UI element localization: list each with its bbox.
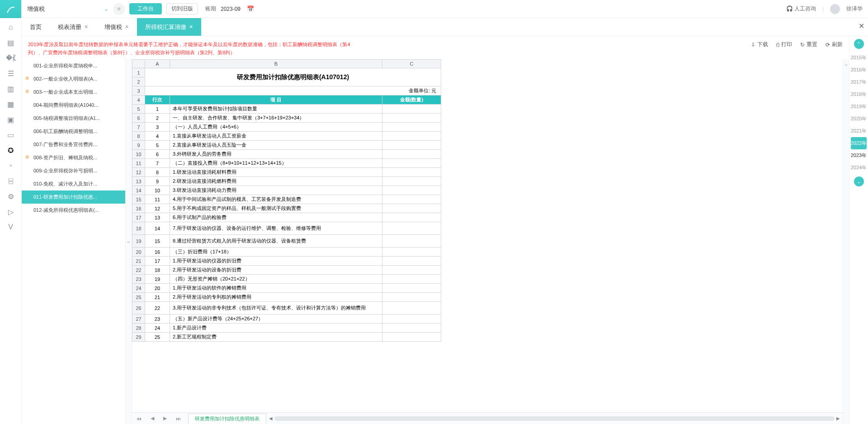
amount-cell[interactable] (382, 213, 441, 222)
row-header[interactable]: 12 (132, 168, 145, 177)
form-list-item[interactable]: 005-纳税调整项目明细表(A1... (22, 112, 125, 125)
amount-cell[interactable] (382, 168, 441, 177)
item-cell[interactable]: 3.外聘研发人员的劳务费用 (170, 150, 382, 159)
line-number-cell[interactable]: 7 (145, 159, 170, 168)
line-number-cell[interactable]: 23 (145, 314, 170, 324)
year-item[interactable]: 2015年 (851, 52, 867, 64)
row-header[interactable]: 26 (132, 302, 145, 314)
h-scrollbar[interactable] (274, 416, 835, 421)
nav-tax-icon[interactable]: ✪ (6, 146, 15, 155)
nav-clipboard-icon[interactable]: ▥ (6, 84, 15, 93)
close-all-tabs[interactable]: ✕ (859, 22, 864, 30)
line-number-cell[interactable]: 2 (145, 114, 170, 123)
switch-old-button[interactable]: 切到旧版 (166, 3, 198, 14)
close-icon[interactable]: ✕ (84, 24, 88, 30)
row-header[interactable]: 22 (132, 266, 145, 275)
amount-cell[interactable] (382, 302, 441, 314)
row-header[interactable]: 24 (132, 284, 145, 293)
form-list-item[interactable]: 007-广告费和业务宣传费跨... (22, 138, 125, 151)
line-number-cell[interactable]: 13 (145, 213, 170, 222)
line-number-cell[interactable]: 14 (145, 222, 170, 235)
amount-cell[interactable] (382, 314, 441, 324)
item-cell[interactable]: 4.用于中间试验和产品试制的模具、工艺装备开发及制造费 (170, 195, 382, 204)
row-header[interactable]: 21 (132, 257, 145, 266)
item-cell[interactable]: 1.新产品设计费 (170, 324, 382, 333)
sheet-prev-all[interactable]: ⏮ (132, 416, 146, 421)
item-cell[interactable]: 1.用于研发活动的仪器的折旧费 (170, 257, 382, 266)
row-header[interactable]: 10 (132, 150, 145, 159)
sheet-next-all[interactable]: ⏭ (171, 416, 185, 421)
year-item[interactable]: 2018年 (851, 88, 867, 100)
line-number-cell[interactable]: 6 (145, 150, 170, 159)
row-header[interactable]: 9 (132, 141, 145, 150)
amount-cell[interactable] (382, 324, 441, 333)
year-item[interactable]: 2019年 (851, 100, 867, 113)
row-header[interactable]: 27 (132, 314, 145, 324)
line-number-cell[interactable]: 9 (145, 177, 170, 186)
item-cell[interactable]: 1.直接从事研发活动人员工资薪金 (170, 132, 382, 141)
sheet-next[interactable]: ▶ (159, 415, 171, 421)
line-number-cell[interactable]: 12 (145, 204, 170, 213)
form-list-item[interactable]: 011-研发费用加计扣除优惠... (22, 191, 125, 204)
nav-video-icon[interactable]: ▷ (6, 207, 15, 216)
item-cell[interactable]: 一、自主研发、合作研发、集中研发（3+7+16+19+23+34） (170, 114, 382, 123)
row-header[interactable]: 17 (132, 213, 145, 222)
list-toggle-button[interactable]: ≡ (113, 3, 125, 15)
amount-cell[interactable] (382, 248, 441, 257)
item-cell[interactable]: （一）人员人工费用（4+5+6） (170, 123, 382, 132)
amount-cell[interactable] (382, 204, 441, 213)
row-header[interactable]: 5 (132, 105, 145, 114)
year-down-button[interactable]: ⌄ (854, 176, 864, 186)
line-number-cell[interactable]: 3 (145, 123, 170, 132)
line-number-cell[interactable]: 20 (145, 284, 170, 293)
amount-cell[interactable] (382, 222, 441, 235)
line-number-cell[interactable]: 5 (145, 141, 170, 150)
nav-v-icon[interactable]: V (6, 223, 15, 232)
row-header[interactable]: 16 (132, 204, 145, 213)
line-number-cell[interactable]: 17 (145, 257, 170, 266)
row-header[interactable]: 18 (132, 222, 145, 235)
amount-cell[interactable] (382, 266, 441, 275)
amount-cell[interactable] (382, 333, 441, 342)
tax-type-dropdown[interactable]: 增值税 ⌄ (27, 5, 108, 13)
nav-archive-icon[interactable]: ▫ (6, 161, 15, 170)
close-icon[interactable]: ✕ (125, 24, 129, 30)
item-cell[interactable]: 6.用于试制产品的检验费 (170, 213, 382, 222)
item-cell[interactable]: （三）折旧费用（17+18） (170, 248, 382, 257)
form-list-item[interactable]: 006-职工薪酬纳税调整明细... (22, 125, 125, 138)
workbench-button[interactable]: 工作台 (129, 3, 162, 14)
amount-cell[interactable] (382, 186, 441, 195)
amount-cell[interactable] (382, 114, 441, 123)
year-item[interactable]: 2016年 (851, 64, 867, 76)
form-list-item[interactable]: 012-减免所得税优惠明细表(... (22, 204, 125, 217)
amount-cell[interactable] (382, 150, 441, 159)
scroll-right[interactable]: ▶ (836, 416, 840, 421)
row-header[interactable]: 7 (132, 123, 145, 132)
item-cell[interactable]: 3.用于研发活动的非专利技术（包括许可证、专有技术、设计和计算方法等）的摊销费用 (170, 302, 382, 314)
tab-tax-list[interactable]: 税表清册✕ (50, 18, 96, 36)
avatar[interactable] (830, 4, 840, 14)
nav-report-icon[interactable]: ▦ (6, 100, 15, 109)
spreadsheet[interactable]: A B C 1研发费用加计扣除优惠明细表(A107012) 2 3金额单位: 元… (132, 59, 843, 412)
year-item[interactable]: 2020年 (851, 113, 867, 125)
row-header[interactable]: 19 (132, 235, 145, 248)
item-cell[interactable]: 7.用于研发活动的仪器、设备的运行维护、调整、检验、维修等费用 (170, 222, 382, 235)
amount-cell[interactable] (382, 141, 441, 150)
row-header[interactable]: 11 (132, 159, 145, 168)
collapse-left-handle[interactable]: « (126, 59, 132, 424)
line-number-cell[interactable]: 10 (145, 186, 170, 195)
item-cell[interactable]: 1.用于研发活动的软件的摊销费用 (170, 284, 382, 293)
tab-vat[interactable]: 增值税✕ (96, 18, 137, 36)
item-cell[interactable]: 2.用于研发活动的专利权的摊销费用 (170, 293, 382, 302)
row-header[interactable]: 15 (132, 195, 145, 204)
line-number-cell[interactable]: 22 (145, 302, 170, 314)
line-number-cell[interactable]: 19 (145, 275, 170, 284)
item-cell[interactable]: 8.通过经营租赁方式租入的用于研发活动的仪器、设备租赁费 (170, 235, 382, 248)
line-number-cell[interactable]: 16 (145, 248, 170, 257)
amount-cell[interactable] (382, 275, 441, 284)
amount-cell[interactable] (382, 105, 441, 114)
form-list-item[interactable]: 010-免税、减计收入及加计... (22, 177, 125, 191)
form-list-item[interactable]: 004-期间费用明细表(A1040... (22, 99, 125, 112)
form-list-item[interactable]: ⊘008-资产折旧、摊销及纳税... (22, 151, 125, 164)
tab-income-tax[interactable]: 所得税汇算清缴✕ (137, 18, 201, 36)
